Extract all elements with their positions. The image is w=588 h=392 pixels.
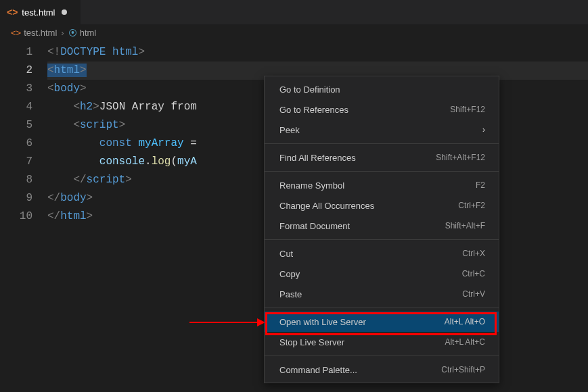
menu-separator	[265, 308, 499, 308]
html-file-icon: <>	[11, 28, 21, 38]
line-number: 3	[0, 80, 32, 98]
line-number: 2	[0, 62, 32, 80]
menu-label: Command Palette...	[279, 365, 357, 375]
line-number: 6	[0, 134, 32, 153]
menu-go-to-definition[interactable]: Go to Definition	[265, 79, 499, 99]
menu-change-all-occurrences[interactable]: Change All Occurrences Ctrl+F2	[265, 195, 499, 216]
menu-label: Rename Symbol	[279, 180, 344, 191]
line-number: 1	[0, 43, 32, 62]
menu-label: Find All References	[279, 153, 356, 163]
menu-peek[interactable]: Peek ›	[265, 120, 499, 140]
breadcrumb: <> test.html › ⦿ html	[0, 24, 588, 41]
chevron-right-icon: ›	[482, 125, 485, 134]
tab-bar: <> test.html	[0, 0, 588, 24]
breadcrumb-file[interactable]: test.html	[24, 28, 57, 38]
menu-separator	[265, 171, 499, 172]
menu-label: Paste	[279, 289, 302, 299]
editor-tab[interactable]: <> test.html	[0, 0, 81, 24]
menu-label: Go to Definition	[279, 84, 340, 95]
line-number-gutter: 1 2 3 4 5 6 7 8 9 10	[0, 43, 47, 226]
menu-shortcut: Alt+L Alt+C	[445, 337, 485, 347]
menu-shortcut: Shift+F12	[450, 105, 485, 114]
line-number: 5	[0, 116, 32, 134]
breadcrumb-symbol[interactable]: html	[80, 28, 97, 38]
menu-shortcut: Ctrl+C	[462, 269, 485, 278]
annotation-arrow	[189, 322, 264, 323]
menu-separator	[265, 143, 499, 144]
tab-dirty-indicator	[62, 9, 67, 15]
menu-command-palette[interactable]: Command Palette... Ctrl+Shift+P	[265, 360, 499, 380]
menu-label: Format Document	[279, 221, 350, 231]
menu-shortcut: Shift+Alt+F	[445, 221, 485, 230]
html-file-icon: <>	[7, 7, 18, 18]
menu-shortcut: Ctrl+V	[462, 289, 485, 299]
line-number: 7	[0, 153, 32, 171]
menu-go-to-references[interactable]: Go to References Shift+F12	[265, 99, 499, 120]
menu-label: Stop Live Server	[279, 337, 344, 347]
menu-find-all-references[interactable]: Find All References Shift+Alt+F12	[265, 147, 499, 168]
menu-shortcut: Ctrl+F2	[458, 201, 485, 210]
menu-label: Go to References	[279, 105, 348, 115]
menu-label: Peek	[279, 125, 300, 135]
menu-rename-symbol[interactable]: Rename Symbol F2	[265, 175, 499, 195]
menu-shortcut: Ctrl+Shift+P	[441, 365, 485, 374]
menu-shortcut: Ctrl+X	[462, 249, 485, 258]
tab-filename: test.html	[22, 7, 55, 18]
menu-label: Change All Occurrences	[279, 201, 374, 211]
menu-cut[interactable]: Cut Ctrl+X	[265, 243, 499, 264]
menu-paste[interactable]: Paste Ctrl+V	[265, 284, 499, 304]
context-menu: Go to Definition Go to References Shift+…	[264, 76, 499, 383]
line-number: 8	[0, 171, 32, 189]
menu-shortcut: Alt+L Alt+O	[445, 317, 485, 326]
menu-label: Open with Live Server	[279, 317, 366, 327]
menu-open-with-live-server[interactable]: Open with Live Server Alt+L Alt+O	[265, 312, 499, 332]
line-number: 10	[0, 207, 32, 226]
menu-format-document[interactable]: Format Document Shift+Alt+F	[265, 216, 499, 236]
line-number: 4	[0, 98, 32, 116]
code-line: <!DOCTYPE html>	[47, 43, 588, 62]
line-number: 9	[0, 189, 32, 207]
menu-copy[interactable]: Copy Ctrl+C	[265, 264, 499, 284]
chevron-right-icon: ›	[61, 28, 64, 38]
menu-shortcut: F2	[476, 180, 485, 190]
menu-label: Cut	[279, 249, 293, 259]
menu-label: Copy	[279, 269, 300, 279]
menu-stop-live-server[interactable]: Stop Live Server Alt+L Alt+C	[265, 332, 499, 352]
menu-separator	[265, 356, 499, 356]
code-symbol-icon: ⦿	[68, 28, 77, 38]
menu-shortcut: Shift+Alt+F12	[436, 153, 485, 162]
menu-separator	[265, 239, 499, 240]
